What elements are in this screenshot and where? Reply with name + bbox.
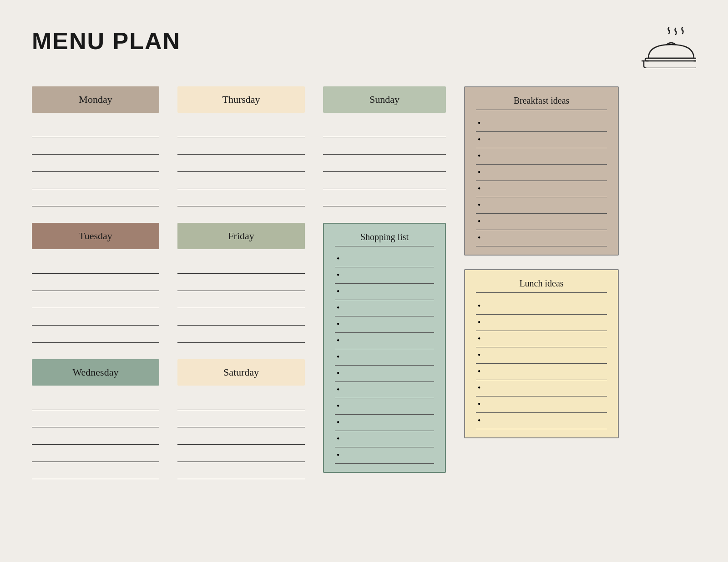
wednesday-line-1	[32, 393, 159, 410]
sunday-line-4	[323, 172, 446, 189]
monday-label: Monday	[79, 94, 112, 105]
saturday-line-3	[177, 427, 305, 445]
lunch-item-4	[476, 347, 607, 364]
thursday-label: Thursday	[222, 94, 260, 105]
wednesday-label: Wednesday	[73, 366, 119, 378]
lunch-ideas-box: Lunch ideas	[464, 269, 619, 438]
friday-section: Friday	[177, 223, 305, 343]
lunch-item-8	[476, 413, 607, 429]
thursday-header: Thursday	[177, 86, 305, 113]
shopping-list-box: Shopping list	[323, 223, 446, 473]
lunch-item-1	[476, 298, 607, 315]
saturday-label: Saturday	[223, 366, 259, 378]
thursday-line-2	[177, 137, 305, 155]
breakfast-ideas-title: Breakfast ideas	[476, 95, 607, 110]
shopping-item-13	[335, 447, 434, 464]
sunday-header: Sunday	[323, 86, 446, 113]
saturday-line-5	[177, 462, 305, 479]
breakfast-ideas-list	[476, 115, 607, 246]
saturday-section: Saturday	[177, 359, 305, 479]
lunch-item-3	[476, 331, 607, 347]
sunday-line-1	[323, 120, 446, 137]
main-grid: Monday Tuesday	[32, 86, 696, 496]
thursday-line-3	[177, 155, 305, 172]
saturday-line-1	[177, 393, 305, 410]
page: MENU PLAN Monday	[0, 0, 728, 562]
saturday-header: Saturday	[177, 359, 305, 386]
lunch-item-7	[476, 396, 607, 413]
monday-line-3	[32, 155, 159, 172]
monday-line-5	[32, 189, 159, 206]
lunch-ideas-list	[476, 298, 607, 429]
sunday-section: Sunday	[323, 86, 446, 206]
tuesday-header: Tuesday	[32, 223, 159, 249]
shopping-item-11	[335, 415, 434, 431]
shopping-item-7	[335, 349, 434, 366]
tuesday-line-5	[32, 326, 159, 343]
friday-header: Friday	[177, 223, 305, 249]
friday-line-3	[177, 291, 305, 308]
lunch-item-5	[476, 364, 607, 380]
wednesday-line-2	[32, 410, 159, 427]
friday-line-5	[177, 326, 305, 343]
tuesday-line-3	[32, 291, 159, 308]
shopping-item-10	[335, 398, 434, 415]
shopping-item-9	[335, 382, 434, 398]
breakfast-item-1	[476, 115, 607, 132]
shopping-item-3	[335, 284, 434, 300]
saturday-line-2	[177, 410, 305, 427]
shopping-item-4	[335, 300, 434, 316]
shopping-item-1	[335, 251, 434, 267]
friday-line-2	[177, 274, 305, 291]
wednesday-header: Wednesday	[32, 359, 159, 386]
shopping-item-12	[335, 431, 434, 447]
breakfast-item-4	[476, 165, 607, 181]
lunch-ideas-title: Lunch ideas	[476, 278, 607, 293]
thursday-section: Thursday	[177, 86, 305, 206]
monday-line-4	[32, 172, 159, 189]
thursday-line-4	[177, 172, 305, 189]
column-2: Thursday Friday	[177, 86, 305, 496]
breakfast-item-3	[476, 148, 607, 165]
thursday-line-1	[177, 120, 305, 137]
svg-rect-0	[645, 58, 696, 61]
shopping-item-6	[335, 333, 434, 349]
thursday-line-5	[177, 189, 305, 206]
monday-section: Monday	[32, 86, 159, 206]
wednesday-line-5	[32, 462, 159, 479]
shopping-list	[335, 251, 434, 464]
monday-lines	[32, 120, 159, 206]
tuesday-lines	[32, 256, 159, 343]
sunday-label: Sunday	[369, 94, 399, 105]
breakfast-ideas-box: Breakfast ideas	[464, 86, 619, 256]
friday-lines	[177, 256, 305, 343]
friday-line-1	[177, 256, 305, 274]
sunday-line-5	[323, 189, 446, 206]
tuesday-line-1	[32, 256, 159, 274]
header: MENU PLAN	[32, 27, 696, 68]
lunch-item-6	[476, 380, 607, 396]
shopping-list-title: Shopping list	[335, 232, 434, 246]
monday-line-2	[32, 137, 159, 155]
breakfast-item-7	[476, 214, 607, 230]
column-3: Sunday Shopping list	[323, 86, 446, 496]
wednesday-line-3	[32, 427, 159, 445]
friday-line-4	[177, 308, 305, 326]
wednesday-section: Wednesday	[32, 359, 159, 479]
food-serving-icon	[642, 27, 696, 68]
breakfast-item-2	[476, 132, 607, 148]
column-1: Monday Tuesday	[32, 86, 159, 496]
friday-label: Friday	[228, 230, 254, 242]
lunch-item-2	[476, 315, 607, 331]
saturday-line-4	[177, 445, 305, 462]
thursday-lines	[177, 120, 305, 206]
monday-line-1	[32, 120, 159, 137]
breakfast-item-8	[476, 230, 607, 246]
wednesday-line-4	[32, 445, 159, 462]
tuesday-line-2	[32, 274, 159, 291]
monday-header: Monday	[32, 86, 159, 113]
page-title: MENU PLAN	[32, 27, 181, 55]
shopping-item-2	[335, 267, 434, 284]
sunday-line-3	[323, 155, 446, 172]
breakfast-item-5	[476, 181, 607, 197]
